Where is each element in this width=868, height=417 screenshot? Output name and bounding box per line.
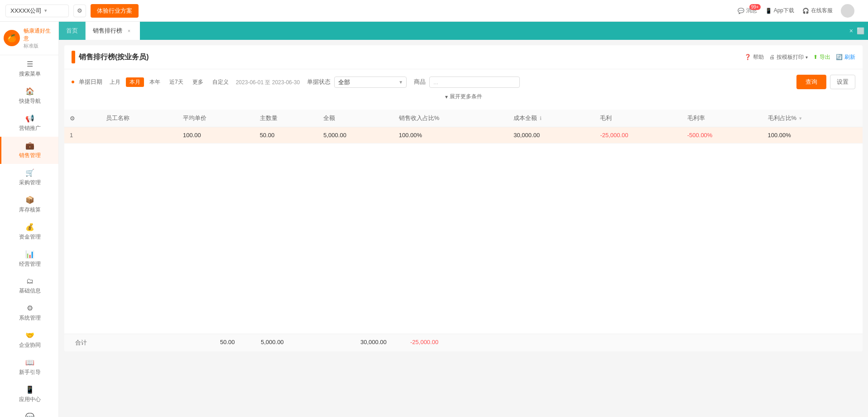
date-filter: 单据日期 上月 本月 本年 近7天 更多 自定义 xyxy=(72,77,300,87)
tab-active-label: 销售排行榜 xyxy=(93,27,122,35)
sidebar-item-label: 新手引导 xyxy=(19,369,41,376)
date-opt-custom[interactable]: 自定义 xyxy=(209,77,232,87)
sidebar-item-collab[interactable]: 🤝 企业协同 xyxy=(0,326,58,354)
collab-icon: 🤝 xyxy=(25,331,34,340)
sidebar-item-guide[interactable]: 📖 新手引导 xyxy=(0,354,58,381)
wechat-icon: 💬 xyxy=(25,412,34,417)
footer-cost: 30,000.00 xyxy=(360,339,387,345)
empty-area xyxy=(64,144,863,334)
top-bar: XXXXX公司 ▾ ⚙ 体验行业方案 💬 消息 99+ 📱 App下载 🎧 在线… xyxy=(0,0,868,22)
cell-gross-pct: 100.00% xyxy=(762,127,863,144)
help-button[interactable]: ❓ 帮助 xyxy=(744,53,764,61)
sidebar-item-label: 快捷导航 xyxy=(19,97,41,105)
online-service-btn[interactable]: 🎧 在线客服 xyxy=(802,7,833,14)
table-header: ⚙ 员工名称 平均单价 主数量 全额 销售收入占比% 成本全额 ℹ 毛利 毛利率 xyxy=(64,110,863,127)
message-icon: 💬 xyxy=(738,8,744,14)
company-selector[interactable]: XXXXX公司 ▾ xyxy=(5,5,69,17)
footer-avg-price-cell xyxy=(169,339,215,347)
company-name: XXXXX公司 xyxy=(10,7,42,15)
refresh-icon: 🔄 xyxy=(836,54,843,60)
action-buttons: 查询 设置 xyxy=(796,75,855,89)
date-opt-current-month[interactable]: 本月 xyxy=(126,77,144,87)
sidebar-item-system[interactable]: ⚙ 系统管理 xyxy=(0,299,58,326)
chevron-down-icon: ▾ xyxy=(445,94,448,100)
status-select[interactable]: 全部 已审核 未审核 xyxy=(334,77,407,88)
message-badge: 99+ xyxy=(749,4,761,10)
mobile-icon: 📱 xyxy=(765,8,772,14)
marketing-icon: 📢 xyxy=(25,114,34,123)
cell-sales-pct: 100.00% xyxy=(393,127,508,144)
cell-gross-rate: -500.00% xyxy=(682,127,762,144)
date-options: 上月 本月 本年 近7天 更多 自定义 xyxy=(106,77,232,87)
sidebar-item-sales[interactable]: 💼 销售管理 xyxy=(0,137,58,164)
app-download-btn[interactable]: 📱 App下载 xyxy=(765,7,794,14)
cell-cost: 30,000.00 xyxy=(508,127,595,144)
sidebar-item-label: 基础信息 xyxy=(19,287,41,295)
table-settings-button[interactable]: 设置 xyxy=(830,75,855,89)
goods-input[interactable]: ... xyxy=(429,77,520,88)
sidebar-item-apps[interactable]: 📱 应用中心 xyxy=(0,381,58,408)
sidebar-item-business[interactable]: 📊 经营管理 xyxy=(0,245,58,273)
tab-home[interactable]: 首页 xyxy=(59,22,86,40)
date-opt-more[interactable]: 更多 xyxy=(189,77,207,87)
try-industry-button[interactable]: 体验行业方案 xyxy=(91,4,139,18)
export-icon: ⬆ xyxy=(813,54,818,60)
tab-home-label: 首页 xyxy=(66,27,78,35)
sidebar-item-basic[interactable]: 🗂 基础信息 xyxy=(0,273,58,299)
sidebar-item-finance[interactable]: 💰 资金管理 xyxy=(0,218,58,245)
tab-minimize-icon[interactable]: × xyxy=(849,27,853,34)
sidebar-item-label: 搜索菜单 xyxy=(19,70,41,78)
query-button[interactable]: 查询 xyxy=(796,75,826,89)
tab-sales-rank[interactable]: 销售排行榜 × xyxy=(86,22,140,40)
home-icon: 🏠 xyxy=(25,87,34,96)
filter-area: 单据日期 上月 本月 本年 近7天 更多 自定义 xyxy=(64,69,863,110)
purchase-icon: 🛒 xyxy=(25,168,34,177)
message-btn[interactable]: 💬 消息 99+ xyxy=(738,7,757,14)
th-avg-price: 平均单价 xyxy=(177,110,254,127)
footer-amount-cell: 5,000.00 xyxy=(255,339,305,347)
sidebar-item-inventory[interactable]: 📦 库存核算 xyxy=(0,191,58,218)
data-table: ⚙ 员工名称 平均单价 主数量 全额 销售收入占比% 成本全额 ℹ 毛利 毛利率 xyxy=(64,110,863,144)
cost-info-icon[interactable]: ℹ xyxy=(540,115,542,121)
table-settings-icon[interactable]: ⚙ xyxy=(70,115,75,122)
tab-bar: 首页 销售排行榜 × × ⬜ xyxy=(59,22,868,40)
expand-more-btn[interactable]: ▾ 展开更多条件 xyxy=(72,89,855,104)
refresh-button[interactable]: 🔄 刷新 xyxy=(836,53,855,61)
system-icon: ⚙ xyxy=(27,304,33,312)
sidebar-item-label: 销售管理 xyxy=(19,152,41,159)
sidebar-item-purchase[interactable]: 🛒 采购管理 xyxy=(0,164,58,191)
content-card: 销售排行榜(按业务员) ❓ 帮助 🖨 按模板打印 ▾ xyxy=(64,45,863,351)
sidebar-item-marketing[interactable]: 📢 营销推广 xyxy=(0,110,58,137)
date-opt-7days[interactable]: 近7天 xyxy=(166,77,187,87)
headset-icon: 🎧 xyxy=(802,8,809,14)
goods-filter: 商品 ... xyxy=(414,77,520,88)
sidebar-item-label: 资金管理 xyxy=(19,233,41,241)
print-icon: 🖨 xyxy=(769,54,775,60)
table-row: 1 100.00 50.00 5,000.00 100.00% 30,000.0… xyxy=(64,127,863,144)
cell-amount: 5,000.00 xyxy=(318,127,393,144)
date-opt-current-year[interactable]: 本年 xyxy=(146,77,164,87)
header-row: ⚙ 员工名称 平均单价 主数量 全额 销售收入占比% 成本全额 ℹ 毛利 毛利率 xyxy=(64,110,863,127)
tab-close-icon[interactable]: × xyxy=(126,28,132,34)
sidebar-item-search[interactable]: ☰ 搜索菜单 xyxy=(0,55,58,82)
print-button[interactable]: 🖨 按模板打印 ▾ xyxy=(769,53,808,61)
th-main-qty: 主数量 xyxy=(254,110,318,127)
footer-total-label: 合计 xyxy=(75,339,87,346)
footer-gross: -25,000.00 xyxy=(410,339,438,345)
brand-info: 畅康通好生意 标准版 xyxy=(24,27,55,49)
sidebar-item-quick-nav[interactable]: 🏠 快捷导航 xyxy=(0,82,58,110)
inventory-icon: 📦 xyxy=(25,196,34,204)
date-opt-last-month[interactable]: 上月 xyxy=(106,77,124,87)
settings-icon-btn[interactable]: ⚙ xyxy=(73,5,86,17)
sidebar-item-label: 应用中心 xyxy=(19,396,41,403)
cell-name xyxy=(101,127,177,144)
basic-icon: 🗂 xyxy=(26,277,34,285)
gross-pct-icon[interactable]: ▾ xyxy=(799,115,802,121)
main-area: 🍊 畅康通好生意 标准版 ☰ 搜索菜单 🏠 快捷导航 📢 营销 xyxy=(0,22,868,417)
tab-maximize-icon[interactable]: ⬜ xyxy=(857,27,864,34)
sidebar-item-wechat[interactable]: 💬 企业微信 xyxy=(0,408,58,417)
avatar[interactable] xyxy=(841,4,854,18)
page-header: 销售排行榜(按业务员) ❓ 帮助 🖨 按模板打印 ▾ xyxy=(64,45,863,69)
export-button[interactable]: ⬆ 导出 xyxy=(813,53,830,61)
footer-amount: 5,000.00 xyxy=(261,339,284,345)
